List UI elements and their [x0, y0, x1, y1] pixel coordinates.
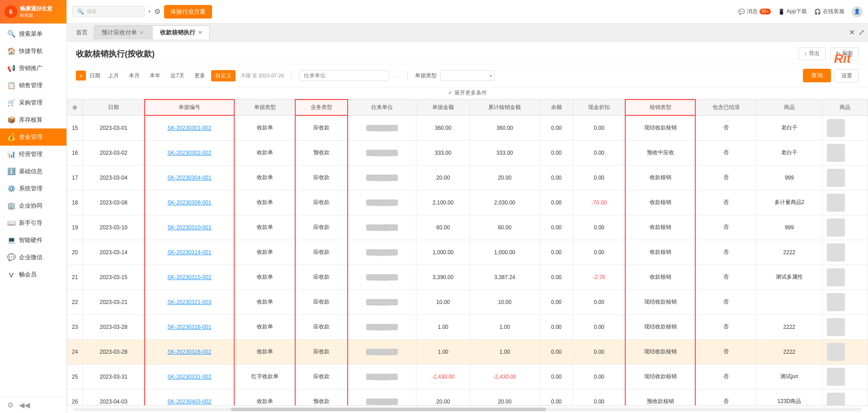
table-row[interactable]: 16 2023-03-02 SK-20230302-002 收款单 预收款 ██… — [67, 140, 868, 165]
cell-writeoff-type: 现结收款核销 — [625, 115, 696, 140]
tab-yingfu-label: 预计应收付单 — [102, 28, 137, 37]
topbar-search[interactable]: 🔍 搜索 — [72, 6, 145, 17]
col-settings[interactable]: ⚙ — [67, 100, 83, 115]
sidebar-item-purchase[interactable]: 🛒采购管理 — [0, 94, 66, 111]
messages-item[interactable]: 💬 消息 99+ — [738, 8, 771, 15]
table-row[interactable]: 18 2023-03-08 SK-20230308-001 收款单 应收款 ██… — [67, 190, 868, 215]
this-year-btn[interactable]: 本年 — [146, 70, 165, 81]
sidebar-item-quick[interactable]: 🏠快捷导航 — [0, 43, 66, 60]
table-row[interactable]: 25 2023-03-31 SK-20230331-002 红字收款单 应收款 … — [67, 364, 868, 389]
cell-amount: 1.00 — [416, 339, 470, 364]
sidebar-item-basic[interactable]: ℹ️基础信息 — [0, 163, 66, 180]
sidebar-item-system[interactable]: ⚙️系统管理 — [0, 180, 66, 197]
cell-seq: 17 — [67, 165, 83, 190]
sidebar-item-wechat[interactable]: 💬企业微信 — [0, 249, 66, 266]
tab-yingfu-close[interactable]: ✕ — [140, 30, 144, 36]
cell-partner: ████ — [348, 364, 416, 389]
tab-home[interactable]: 首页 — [71, 26, 93, 39]
col-amount: 单据金额 — [416, 100, 470, 115]
cell-discount: 0.00 — [573, 240, 625, 265]
service-item[interactable]: 🎧 在线客服 — [814, 8, 844, 15]
dropdown-arrow[interactable]: ▾ — [148, 9, 151, 14]
sidebar-logo: 6 畅康通好生意 标推版 — [0, 0, 66, 24]
close-tab-btn[interactable]: ✕ — [849, 28, 855, 37]
table-row[interactable]: 17 2023-03-04 SK-20230304-001 收款单 应收款 ██… — [67, 165, 868, 190]
more-btn[interactable]: 更多 — [190, 70, 209, 81]
sidebar-item-member[interactable]: V畅会员 — [0, 266, 66, 283]
sidebar-item-inventory[interactable]: 📦库存核算 — [0, 111, 66, 128]
table-row[interactable]: 20 2023-03-14 SK-20230314-001 收款单 应收款 ██… — [67, 240, 868, 265]
sidebar-label-member: 畅会员 — [19, 271, 37, 279]
date-label: 日期 — [90, 72, 100, 80]
sidebar-item-guide[interactable]: 📖新手引导 — [0, 214, 66, 232]
filter-settings-btn[interactable]: 设置 — [835, 69, 859, 82]
cell-bill-no: SK-20230315-002 — [145, 265, 234, 290]
partner-input[interactable] — [299, 70, 389, 81]
sidebar-item-operations[interactable]: 📊经营管理 — [0, 146, 66, 163]
marketing-icon: 📢 — [7, 64, 15, 72]
table-row[interactable]: 19 2023-03-10 SK-20230310-001 收款单 应收款 ██… — [67, 215, 868, 240]
query-btn[interactable]: 查询 — [803, 69, 831, 82]
table-row[interactable]: 26 2023-04-03 SK-20230403-002 收款单 预收款 ██… — [67, 389, 868, 405]
table-row[interactable]: 21 2023-03-15 SK-20230315-002 收款单 应收款 ██… — [67, 265, 868, 290]
cell-writeoff-type: 收款核销 — [625, 240, 696, 265]
col-partner: 往来单位 — [348, 100, 416, 115]
cell-bill-type: 收款单 — [234, 190, 296, 215]
col-date: 日期 — [83, 100, 145, 115]
settings-icon[interactable]: ⚙ — [7, 401, 14, 409]
bill-type-select-wrap: ▾ — [440, 70, 495, 81]
cell-bill-type: 红字收款单 — [234, 364, 296, 389]
cell-product: 2222 — [756, 339, 822, 364]
cell-include-settled: 否 — [695, 165, 756, 190]
table-row[interactable]: 15 2023-03-01 SK-20230301-002 收款单 应收款 ██… — [67, 115, 868, 140]
expand-more-btn[interactable]: ✓ 展开更多条件 — [448, 89, 486, 97]
cell-seq: 20 — [67, 240, 83, 265]
cell-writeoff-amount: -2,430.00 — [470, 364, 539, 389]
table-header: ⚙ 日期 单据编号 单据类型 业务类型 往来单位 单据金额 累计核销金额 余额 … — [67, 100, 868, 115]
scroll-thumb[interactable] — [231, 408, 547, 411]
cell-bill-no: SK-20230328-002 — [145, 339, 234, 364]
topbar: 🔍 搜索 ▾ ⚙ 体验行业方案 💬 消息 99+ 📱 App下载 🎧 在线客服 … — [67, 0, 868, 24]
cell-date: 2023-03-01 — [83, 115, 145, 140]
system-icon: ⚙️ — [7, 185, 15, 193]
sidebar-label-hardware: 智能硬件 — [19, 236, 42, 244]
message-icon: 💬 — [738, 9, 745, 15]
cell-include-settled: 否 — [695, 339, 756, 364]
gear-icon[interactable]: ⚙ — [154, 7, 160, 16]
col-bill-type: 单据类型 — [234, 100, 296, 115]
industry-btn[interactable]: 体验行业方案 — [164, 5, 212, 19]
app-download-item[interactable]: 📱 App下载 — [778, 8, 807, 15]
table-row[interactable]: 24 2023-03-28 SK-20230328-002 收款单 应收款 ██… — [67, 339, 868, 364]
tab-shoukuan[interactable]: 收款核销执行 ✕ — [152, 25, 210, 39]
sidebar-label-wechat: 企业微信 — [19, 253, 42, 261]
cell-writeoff-type: 现结收款核销 — [625, 290, 696, 314]
cell-writeoff-type: 现结收款核销 — [625, 364, 696, 389]
sidebar-item-hardware[interactable]: 💻智能硬件 — [0, 232, 66, 249]
scrollbar[interactable] — [73, 408, 862, 411]
logo-sub: 标推版 — [20, 12, 52, 18]
this-month-btn[interactable]: 本月 — [125, 70, 144, 81]
custom-btn[interactable]: 自定义 — [211, 70, 236, 81]
tab-shoukuan-close[interactable]: ✕ — [198, 30, 202, 36]
sidebar-item-finance[interactable]: 💰资金管理 — [0, 128, 66, 146]
sidebar-item-sales[interactable]: 📋销售管理 — [0, 77, 66, 94]
last7-btn[interactable]: 近7天 — [166, 70, 189, 81]
sidebar-item-search[interactable]: 🔍搜索菜单 — [0, 25, 66, 43]
col-balance: 余额 — [539, 100, 573, 115]
table-row[interactable]: 22 2023-03-21 SK-20230321-003 收款单 应收款 ██… — [67, 290, 868, 314]
cell-date: 2023-03-14 — [83, 240, 145, 265]
last-month-btn[interactable]: 上月 — [104, 70, 123, 81]
filter-toggle-btn[interactable]: » — [76, 71, 86, 81]
cell-biz-type: 应收款 — [295, 115, 348, 140]
sidebar-item-enterprise[interactable]: 🏢企业协同 — [0, 197, 66, 214]
user-item[interactable]: 👤 — [852, 6, 863, 17]
table-row[interactable]: 23 2023-03-28 SK-20230328-001 收款单 应收款 ██… — [67, 314, 868, 339]
bill-type-select[interactable] — [440, 70, 495, 81]
tab-yingfu[interactable]: 预计应收付单 ✕ — [94, 25, 151, 39]
expand-bar: ✓ 展开更多条件 — [67, 87, 868, 99]
export-btn[interactable]: ↑ 导出 — [798, 47, 826, 60]
collapse-icon[interactable]: ◀◀ — [19, 401, 30, 409]
expand-tab-btn[interactable]: ⤢ — [859, 28, 864, 37]
sidebar-item-marketing[interactable]: 📢营销推广 — [0, 60, 66, 77]
cell-seq: 25 — [67, 364, 83, 389]
